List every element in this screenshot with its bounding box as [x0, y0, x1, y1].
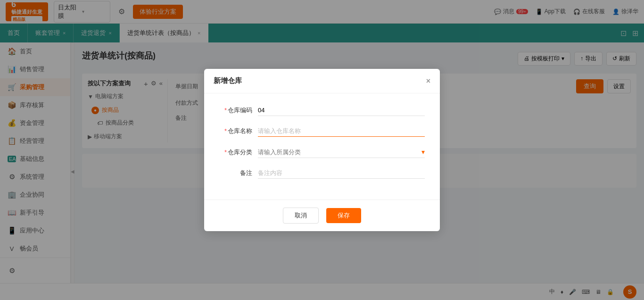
form-label-remark: 备注 [219, 169, 252, 177]
save-button[interactable]: 保存 [326, 208, 361, 223]
form-row-name: 仓库名称 [219, 125, 425, 137]
category-dropdown-icon[interactable]: ▾ [421, 148, 425, 156]
modal-title: 新增仓库 [214, 76, 242, 85]
form-input-code[interactable] [258, 105, 425, 116]
cancel-button[interactable]: 取消 [283, 208, 319, 224]
form-row-category: 仓库分类 ▾ [219, 146, 425, 158]
form-label-name: 仓库名称 [219, 127, 252, 135]
form-label-category: 仓库分类 [219, 148, 252, 157]
form-select-category-wrapper: ▾ [258, 146, 425, 158]
warehouse-modal: 新增仓库 × 仓库编码 仓库名称 仓库分类 ▾ [204, 69, 440, 231]
form-input-category[interactable] [258, 149, 421, 156]
form-input-remark[interactable] [258, 167, 425, 179]
form-row-remark: 备注 [219, 167, 425, 179]
form-input-name[interactable] [258, 125, 425, 137]
modal-header: 新增仓库 × [204, 69, 440, 93]
modal-overlay[interactable]: 新增仓库 × 仓库编码 仓库名称 仓库分类 ▾ [0, 0, 644, 300]
modal-footer: 取消 保存 [204, 200, 440, 231]
form-label-code: 仓库编码 [219, 106, 252, 115]
modal-close-icon[interactable]: × [426, 77, 430, 85]
modal-body: 仓库编码 仓库名称 仓库分类 ▾ 备注 [204, 93, 440, 200]
form-row-code: 仓库编码 [219, 105, 425, 116]
